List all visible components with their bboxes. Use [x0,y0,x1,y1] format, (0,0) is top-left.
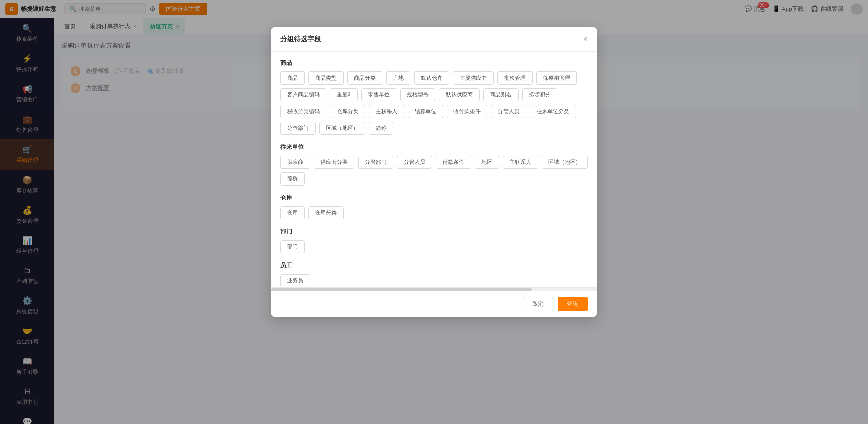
section-label-warehouse: 仓库 [280,194,588,202]
field-tag-product-24[interactable]: 简称 [369,122,393,135]
section-partner: 往来单位供应商供应商分类分管部门分管人员付款条件地区主联系人区域（地区）简称 [280,143,588,186]
horizontal-scrollbar[interactable] [271,287,597,291]
field-tag-product-20[interactable]: 分管人员 [491,105,526,118]
modal-header: 分组待选字段 × [271,27,597,52]
field-tag-product-23[interactable]: 区域（地区） [319,122,365,135]
section-department: 部门部门 [280,228,588,253]
field-tag-product-13[interactable]: 商品别名 [483,88,519,101]
field-tags-partner: 供应商供应商分类分管部门分管人员付款条件地区主联系人区域（地区）简称 [280,156,588,186]
field-tag-partner-1[interactable]: 供应商分类 [314,156,354,169]
field-tag-product-18[interactable]: 结算单位 [408,105,443,118]
field-tag-product-8[interactable]: 客户商品编码 [280,88,326,101]
field-tag-product-9[interactable]: 重量3 [330,88,358,101]
field-tag-product-16[interactable]: 仓库分类 [330,105,365,118]
cancel-button[interactable]: 取消 [523,297,553,311]
field-tags-department: 部门 [280,240,588,253]
field-tag-partner-0[interactable]: 供应商 [280,156,310,169]
field-tag-product-7[interactable]: 保质期管理 [536,71,577,85]
field-tag-partner-4[interactable]: 付款条件 [436,156,471,169]
section-label-department: 部门 [280,228,588,236]
field-tag-product-19[interactable]: 收付款条件 [447,105,487,118]
confirm-button[interactable]: 查询 [558,297,588,311]
field-tag-employee-0[interactable]: 业务员 [280,274,310,287]
field-tag-warehouse-0[interactable]: 仓库 [280,206,305,219]
field-tag-product-5[interactable]: 主要供应商 [453,71,494,85]
field-tag-partner-2[interactable]: 分管部门 [358,156,393,169]
section-employee: 员工业务员 [280,262,588,287]
field-tag-product-11[interactable]: 规格型号 [400,88,435,101]
field-tags-product: 商品商品类型商品分类产地默认仓库主要供应商批次管理保质期管理客户商品编码重量3零… [280,71,588,135]
modal-close-button[interactable]: × [583,34,588,44]
field-tag-product-2[interactable]: 商品分类 [347,71,382,85]
modal-body: 商品商品商品类型商品分类产地默认仓库主要供应商批次管理保质期管理客户商品编码重量… [271,52,597,287]
field-tags-warehouse: 仓库仓库分类 [280,206,588,219]
field-tag-product-22[interactable]: 分管部门 [280,122,316,135]
field-tag-product-17[interactable]: 主联系人 [369,105,404,118]
field-tag-product-21[interactable]: 往来单位分类 [530,105,576,118]
section-label-partner: 往来单位 [280,143,588,151]
modal-footer: 取消 查询 [271,291,597,317]
scrollbar-thumb[interactable] [271,288,532,291]
field-tag-partner-3[interactable]: 分管人员 [397,156,432,169]
field-tags-employee: 业务员 [280,274,588,287]
field-tag-product-4[interactable]: 默认仓库 [414,71,449,85]
field-tag-product-6[interactable]: 批次管理 [497,71,533,85]
section-product: 商品商品商品类型商品分类产地默认仓库主要供应商批次管理保质期管理客户商品编码重量… [280,59,588,135]
field-tag-partner-5[interactable]: 地区 [475,156,499,169]
section-warehouse: 仓库仓库仓库分类 [280,194,588,219]
section-label-employee: 员工 [280,262,588,270]
field-tag-product-0[interactable]: 商品 [280,71,305,85]
field-tag-partner-6[interactable]: 主联系人 [503,156,538,169]
field-tag-partner-8[interactable]: 简称 [280,172,305,186]
modal-title: 分组待选字段 [280,35,321,43]
field-tag-warehouse-1[interactable]: 仓库分类 [308,206,344,219]
field-tag-product-12[interactable]: 默认供应商 [439,88,480,101]
modal-backdrop: 分组待选字段 × 商品商品商品类型商品分类产地默认仓库主要供应商批次管理保质期管… [0,0,868,424]
field-tag-department-0[interactable]: 部门 [280,240,305,253]
modal-dialog: 分组待选字段 × 商品商品商品类型商品分类产地默认仓库主要供应商批次管理保质期管… [271,27,597,317]
field-tag-product-3[interactable]: 产地 [386,71,410,85]
section-label-product: 商品 [280,59,588,67]
field-tag-product-10[interactable]: 零售单位 [361,88,396,101]
field-tag-product-1[interactable]: 商品类型 [308,71,344,85]
field-tag-product-14[interactable]: 拣货积分 [522,88,557,101]
field-tag-product-15[interactable]: 税收分类编码 [280,105,326,118]
field-tag-partner-7[interactable]: 区域（地区） [542,156,588,169]
